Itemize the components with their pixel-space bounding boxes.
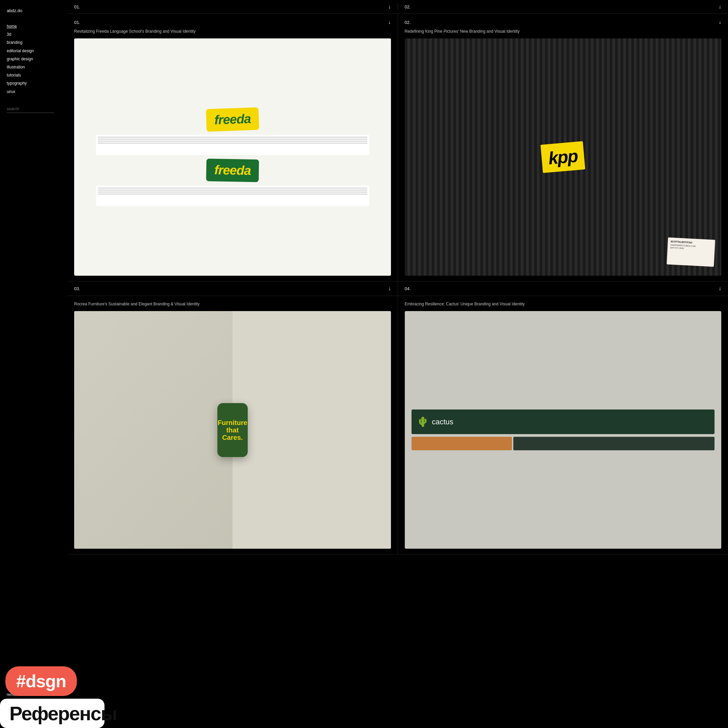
rocrea-card-image[interactable]: FurniturethatCares.: [74, 311, 391, 549]
row2-col2-header: 04. ↓: [398, 281, 728, 295]
nav-home[interactable]: home: [7, 23, 61, 30]
topbar-col-2: 02. ↓: [398, 4, 728, 10]
cell-1-number: 01.: [74, 20, 80, 25]
grid-row-2: Rocrea Furniture's Sustainable and Elega…: [67, 296, 728, 554]
about-link[interactable]: about: [7, 716, 61, 723]
row2-col1-header: 03. ↓: [67, 281, 398, 295]
rocrea-phone-text: FurniturethatCares.: [218, 419, 248, 441]
cell-2-arrow-icon: ↓: [719, 19, 721, 25]
cell-number-row-1: 01. ↓: [74, 19, 391, 25]
nav-tutorials[interactable]: tutorials: [7, 72, 61, 78]
cactus-brand-name: cactus: [432, 418, 454, 426]
swatch-brown: [411, 437, 512, 450]
nav-branding[interactable]: branding: [7, 40, 61, 46]
cell-1-title: Revitalizing Freeda Language School's Br…: [74, 29, 391, 34]
search-input[interactable]: [7, 105, 54, 113]
freeda-table-row: [98, 139, 367, 140]
cell-3-title: Rocrea Furniture's Sustainable and Elega…: [74, 301, 391, 307]
kpp-logo-text: kpp: [548, 146, 578, 168]
get-ios-link[interactable]: get ios app: [7, 700, 61, 706]
card-cactus[interactable]: Embracing Resilience: Cactus' Unique Bra…: [398, 296, 728, 554]
swatch-dark: [513, 437, 714, 450]
cell-2-title: Redefining King Pine Pictures' New Brand…: [405, 29, 722, 34]
rocrea-phone: FurniturethatCares.: [217, 403, 248, 457]
search-container: [7, 105, 61, 113]
nav-typography[interactable]: typography: [7, 80, 61, 87]
cactus-dark-card: 🌵 cactus: [411, 410, 715, 434]
freeda-table: [96, 135, 369, 155]
sidebar-bottom: remove ads get ios app get featured abou…: [7, 691, 61, 723]
freeda-table-2: [96, 186, 369, 206]
freeda-table-row: [98, 142, 367, 144]
cactus-logo-icon: 🌵: [417, 416, 429, 427]
freeda-table-row: [98, 191, 367, 193]
card-freeda[interactable]: 01. ↓ Revitalizing Freeda Language Schoo…: [67, 14, 398, 281]
freeda-green-sticker: freeda: [206, 159, 259, 182]
kpp-card-content: kpp SCOTTALBOT/CSO KINGPINEPICTURES.COM …: [405, 38, 722, 276]
main-nav: home 3d branding editorial design graphi…: [7, 23, 61, 95]
freeda-yellow-text: freeda: [214, 112, 251, 127]
row-2-header: 03. ↓ 04. ↓: [67, 281, 728, 296]
remove-ads-link[interactable]: remove ads: [7, 691, 61, 698]
content-grid: 01. ↓ Revitalizing Freeda Language Schoo…: [67, 14, 728, 554]
col2-arrow-icon: ↓: [719, 4, 721, 10]
nav-editorial-design[interactable]: editorial design: [7, 48, 61, 54]
topbar: 01. ↓ 02. ↓: [67, 0, 728, 14]
nav-graphic-design[interactable]: graphic design: [7, 56, 61, 62]
row2-col2-arrow: ↓: [719, 286, 721, 292]
freeda-table-row: [98, 136, 367, 138]
grid-row-1: 01. ↓ Revitalizing Freeda Language Schoo…: [67, 14, 728, 281]
nav-uiux[interactable]: ui/ux: [7, 89, 61, 95]
kpp-card-image[interactable]: kpp SCOTTALBOT/CSO KINGPINEPICTURES.COM …: [405, 38, 722, 276]
cactus-swatches: [411, 437, 715, 450]
freeda-table-row: [98, 141, 367, 142]
row2-col1-num: 03.: [74, 286, 80, 291]
freeda-table-row: [98, 193, 367, 195]
freeda-table-row: [98, 190, 367, 191]
get-featured-link[interactable]: get featured: [7, 708, 61, 714]
rocrea-bg2: [232, 311, 391, 549]
cell-2-number: 02.: [405, 20, 411, 25]
kpp-business-card: SCOTTALBOT/CSO KINGPINEPICTURES.COM 0207…: [667, 238, 715, 267]
kpp-logo-sticker: kpp: [541, 141, 586, 173]
freeda-card-image[interactable]: freeda freeda: [74, 38, 391, 276]
cactus-card-content: 🌵 cactus: [405, 311, 722, 549]
col1-label: 01.: [74, 5, 80, 9]
col2-label: 02.: [405, 5, 411, 9]
freeda-green-text: freeda: [214, 163, 251, 177]
rocrea-card-content: FurniturethatCares.: [74, 311, 391, 549]
nav-3d[interactable]: 3d: [7, 31, 61, 38]
sidebar: abdz.do home 3d branding editorial desig…: [0, 0, 67, 728]
nav-illustration[interactable]: illustration: [7, 64, 61, 70]
cell-number-row-2: 02. ↓: [405, 19, 722, 25]
row2-col2-num: 04.: [405, 286, 411, 291]
col1-arrow-icon: ↓: [388, 4, 391, 10]
freeda-yellow-sticker: freeda: [206, 107, 259, 132]
main-content: 01. ↓ 02. ↓ 01. ↓ Revitalizing Freeda La…: [67, 0, 728, 728]
card-kpp[interactable]: 02. ↓ Redefining King Pine Pictures' New…: [398, 14, 728, 281]
card-rocrea[interactable]: Rocrea Furniture's Sustainable and Elega…: [67, 296, 398, 554]
cell-4-title: Embracing Resilience: Cactus' Unique Bra…: [405, 301, 722, 307]
site-logo[interactable]: abdz.do: [7, 8, 61, 13]
freeda-card-content: freeda freeda: [74, 38, 391, 276]
freeda-table-row: [98, 187, 367, 189]
row2-col1-arrow: ↓: [388, 286, 391, 292]
cell-1-arrow-icon: ↓: [388, 19, 391, 25]
topbar-col-1: 01. ↓: [67, 4, 398, 10]
cactus-card-image[interactable]: 🌵 cactus: [405, 311, 722, 549]
